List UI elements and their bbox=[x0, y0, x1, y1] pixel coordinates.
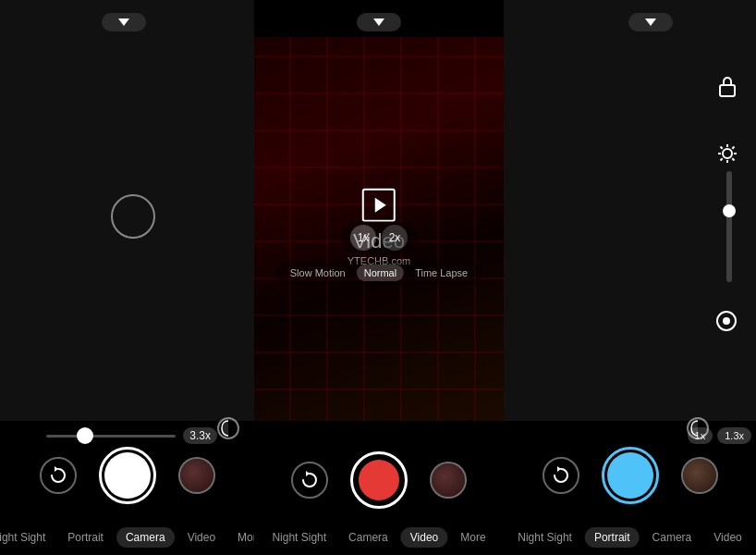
svg-point-12 bbox=[723, 317, 730, 325]
right-rotate-btn[interactable] bbox=[543, 457, 579, 494]
right-shutter-area bbox=[543, 447, 718, 504]
svg-line-10 bbox=[721, 158, 723, 160]
svg-line-8 bbox=[732, 158, 734, 160]
zoom-2x-btn[interactable]: 2x bbox=[382, 225, 408, 251]
center-shutter-inner bbox=[359, 460, 399, 500]
night-mode-icon[interactable] bbox=[216, 416, 240, 444]
key-y bbox=[437, 74, 460, 96]
left-bottom-bar: 3.3x bbox=[0, 421, 254, 555]
key-r bbox=[382, 74, 405, 96]
right-panel: 1x 1.3x bbox=[504, 0, 756, 555]
key-enter-top bbox=[465, 74, 504, 96]
right-tab-portrait[interactable]: Portrait bbox=[585, 527, 640, 548]
zoom-value-label: 3.3x bbox=[183, 427, 217, 444]
left-mode-tabs: Night Sight Portrait Camera Video More bbox=[0, 527, 272, 548]
key-e bbox=[354, 74, 377, 96]
right-chevron-icon bbox=[645, 18, 656, 26]
center-tab-camera[interactable]: Camera bbox=[339, 527, 397, 548]
key-extra3 bbox=[314, 185, 337, 207]
left-rotate-btn[interactable] bbox=[40, 457, 77, 494]
center-chevron-icon bbox=[373, 18, 384, 26]
zoom-selector: 1x 2x bbox=[341, 221, 417, 254]
key-x bbox=[330, 130, 353, 152]
key-1 bbox=[259, 46, 282, 68]
key-7 bbox=[425, 46, 448, 68]
brightness-slider[interactable] bbox=[726, 171, 732, 282]
center-shutter-video-btn[interactable] bbox=[350, 451, 408, 509]
slider-thumb[interactable] bbox=[77, 427, 93, 444]
shutter-inner bbox=[104, 452, 151, 499]
chevron-down-icon bbox=[118, 18, 129, 26]
key-extra1 bbox=[259, 185, 282, 207]
left-tab-portrait[interactable]: Portrait bbox=[58, 527, 113, 548]
center-tab-video[interactable]: Video bbox=[401, 527, 447, 548]
center-bottom-bar: Night Sight Camera Video More bbox=[254, 421, 504, 555]
zoom-slider-area[interactable]: 3.3x bbox=[46, 427, 217, 444]
key-n bbox=[441, 130, 464, 152]
center-dropdown-btn[interactable] bbox=[357, 13, 401, 31]
viewfinder: Video YTECHB.com 1x 2x Slow Motion Norma… bbox=[254, 37, 504, 426]
slow-motion-btn[interactable]: Slow Motion bbox=[283, 265, 353, 281]
rotate-icon bbox=[48, 465, 68, 486]
normal-btn[interactable]: Normal bbox=[357, 265, 404, 281]
center-tab-more[interactable]: More bbox=[451, 527, 494, 548]
left-tab-camera[interactable]: Camera bbox=[116, 527, 175, 548]
key-space bbox=[342, 157, 425, 179]
left-shutter-btn[interactable] bbox=[99, 447, 156, 504]
right-tab-night-sight[interactable]: Night Sight bbox=[508, 527, 581, 548]
key-f bbox=[374, 102, 397, 124]
left-gallery-btn[interactable] bbox=[178, 457, 215, 494]
key-backspace bbox=[453, 46, 504, 68]
left-tab-video[interactable]: Video bbox=[178, 527, 225, 548]
svg-rect-1 bbox=[720, 85, 735, 96]
key-b bbox=[413, 130, 436, 152]
key-shift bbox=[259, 130, 298, 152]
left-dropdown-btn[interactable] bbox=[102, 13, 146, 31]
key-win bbox=[314, 157, 337, 179]
left-tab-night-sight[interactable]: Night Sight bbox=[0, 527, 55, 548]
key-v bbox=[385, 130, 408, 152]
lock-icon[interactable] bbox=[717, 74, 738, 98]
gallery-thumbnail bbox=[180, 459, 213, 492]
key-q bbox=[299, 74, 322, 96]
svg-line-7 bbox=[721, 147, 723, 149]
right-shutter-inner bbox=[607, 452, 653, 499]
key-extra2 bbox=[287, 185, 310, 207]
time-lapse-btn[interactable]: Time Lapse bbox=[408, 265, 475, 281]
right-tab-video[interactable]: Video bbox=[704, 527, 750, 548]
zoom-1x-btn[interactable]: 1x bbox=[350, 225, 376, 251]
center-gallery-thumbnail bbox=[432, 463, 465, 497]
brightness-slider-thumb[interactable] bbox=[723, 204, 736, 217]
right-gallery-btn[interactable] bbox=[681, 457, 718, 494]
right-shutter-btn[interactable] bbox=[602, 447, 659, 504]
right-night-icon[interactable] bbox=[686, 416, 710, 444]
right-tab-camera[interactable]: Camera bbox=[643, 527, 701, 548]
center-mode-tabs: Night Sight Camera Video More bbox=[262, 527, 494, 548]
brightness-icon[interactable] bbox=[717, 143, 738, 164]
right-dropdown-btn[interactable] bbox=[628, 13, 673, 31]
center-gallery-btn[interactable] bbox=[430, 462, 467, 499]
key-g bbox=[402, 102, 425, 124]
key-h bbox=[430, 102, 453, 124]
key-2 bbox=[287, 46, 310, 68]
slider-track bbox=[46, 435, 176, 438]
key-6 bbox=[397, 46, 421, 68]
key-5 bbox=[370, 46, 393, 68]
right-rotate-icon bbox=[551, 465, 571, 486]
key-alt bbox=[430, 157, 453, 179]
key-extra4 bbox=[342, 185, 365, 207]
key-t bbox=[409, 74, 433, 96]
key-4 bbox=[342, 46, 365, 68]
circle-dot-icon[interactable] bbox=[715, 310, 738, 332]
center-tab-night-sight[interactable]: Night Sight bbox=[262, 527, 335, 548]
right-mode-tabs: Night Sight Portrait Camera Video bbox=[508, 527, 751, 548]
key-a bbox=[291, 102, 314, 124]
left-shutter-area bbox=[40, 447, 215, 504]
right-zoom-1-3x[interactable]: 1.3x bbox=[717, 427, 751, 444]
focus-ring bbox=[111, 194, 155, 239]
key-w bbox=[326, 74, 349, 96]
key-fn bbox=[259, 157, 282, 179]
center-rotate-btn[interactable] bbox=[291, 462, 328, 499]
center-rotate-icon bbox=[299, 470, 320, 490]
key-caps bbox=[259, 102, 287, 124]
